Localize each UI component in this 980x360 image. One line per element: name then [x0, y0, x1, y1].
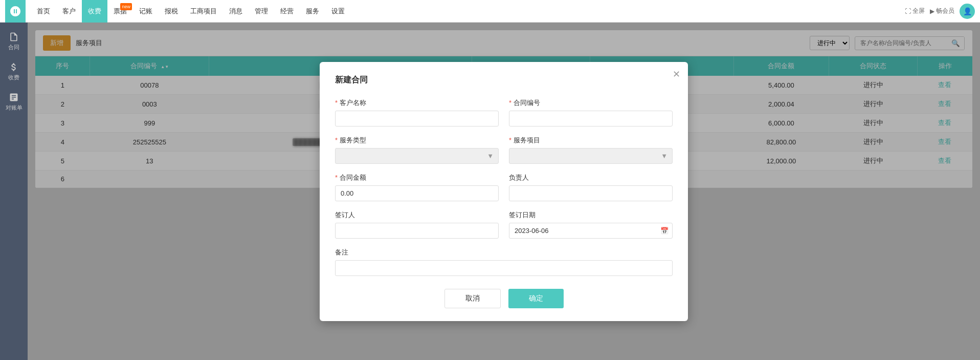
modal-overlay: 新建合同 ✕ 客户名称 合同编号 服务类型 [28, 23, 980, 360]
field-customer-name: 客户名称 [335, 98, 499, 126]
nav-xiaoxi[interactable]: 消息 [223, 0, 249, 23]
nav-shoufei[interactable]: 收费 [82, 0, 107, 23]
member-button[interactable]: ▶ 畅会员 [930, 7, 954, 15]
field-remark: 备注 [335, 248, 673, 276]
label-service-item: 服务项目 [509, 136, 673, 145]
field-contract-code: 合同编号 [509, 98, 673, 126]
label-remark: 备注 [335, 248, 673, 257]
new-badge: new [120, 3, 132, 10]
top-navigation: 首页 客户 收费 票据 new 记账 报税 工商项目 消息 管理 经营 服务 设… [0, 0, 980, 23]
field-service-item: 服务项目 ▼ [509, 136, 673, 164]
nav-baoshui[interactable]: 报税 [159, 0, 184, 23]
label-responsible: 负责人 [509, 173, 673, 182]
nav-guanli[interactable]: 管理 [249, 0, 274, 23]
top-nav-right: ⛶ 全屏 ▶ 畅会员 👤 [905, 4, 975, 19]
input-responsible[interactable] [509, 185, 673, 201]
sidebar: 合同 收费 对账单 [0, 23, 28, 360]
nav-jizhi[interactable]: 记账 [133, 0, 159, 23]
sidebar-label-hetong: 合同 [8, 44, 19, 51]
label-signer: 签订人 [335, 210, 499, 220]
label-contract-code: 合同编号 [509, 98, 673, 108]
label-service-type: 服务类型 [335, 136, 499, 145]
fullscreen-icon: ⛶ [905, 8, 911, 15]
nav-customer[interactable]: 客户 [56, 0, 82, 23]
nav-items: 首页 客户 收费 票据 new 记账 报税 工商项目 消息 管理 经营 服务 设… [31, 0, 905, 23]
nav-jingying[interactable]: 经营 [274, 0, 300, 23]
service-item-wrapper: ▼ [509, 148, 673, 164]
nav-fuwu[interactable]: 服务 [300, 0, 325, 23]
modal-title: 新建合同 [335, 75, 673, 86]
input-contract-amount[interactable] [335, 185, 499, 201]
confirm-button[interactable]: 确定 [508, 289, 564, 308]
field-responsible: 负责人 [509, 173, 673, 201]
label-sign-date: 签订日期 [509, 210, 673, 220]
new-contract-modal: 新建合同 ✕ 客户名称 合同编号 服务类型 [320, 62, 688, 321]
input-contract-code[interactable] [509, 111, 673, 126]
modal-close-button[interactable]: ✕ [673, 70, 680, 79]
field-signer: 签订人 [335, 210, 499, 239]
nav-gongshang[interactable]: 工商项目 [184, 0, 223, 23]
sidebar-item-duizhangdan[interactable]: 对账单 [1, 88, 27, 116]
field-service-type: 服务类型 ▼ [335, 136, 499, 164]
select-service-item[interactable] [509, 148, 673, 164]
input-remark[interactable] [335, 260, 673, 276]
play-icon: ▶ [930, 8, 934, 15]
main-layout: 合同 收费 对账单 新增 服务项目 进行中 已完成 [0, 23, 980, 360]
input-signer[interactable] [335, 223, 499, 239]
label-contract-amount: 合同金额 [335, 173, 499, 182]
member-label: 畅会员 [936, 7, 954, 15]
service-type-wrapper: ▼ [335, 148, 499, 164]
input-customer-name[interactable] [335, 111, 499, 126]
label-customer-name: 客户名称 [335, 98, 499, 108]
field-sign-date: 签订日期 📅 [509, 210, 673, 239]
sidebar-item-hetong[interactable]: 合同 [1, 28, 27, 55]
content-area: 新增 服务项目 进行中 已完成 已取消 🔍 [28, 23, 980, 360]
calendar-icon[interactable]: 📅 [660, 227, 669, 235]
cancel-button[interactable]: 取消 [444, 289, 501, 308]
app-logo [5, 0, 26, 23]
sidebar-label-shoufei: 收费 [8, 74, 19, 81]
input-sign-date[interactable] [509, 223, 673, 239]
avatar[interactable]: 👤 [960, 4, 975, 19]
field-contract-amount: 合同金额 [335, 173, 499, 201]
nav-piaoju[interactable]: 票据 new [107, 0, 133, 23]
avatar-initial: 👤 [963, 7, 972, 15]
select-service-type[interactable] [335, 148, 499, 164]
nav-home[interactable]: 首页 [31, 0, 56, 23]
nav-shezhi[interactable]: 设置 [325, 0, 351, 23]
sign-date-wrapper: 📅 [509, 223, 673, 239]
sidebar-item-shoufei[interactable]: 收费 [1, 58, 27, 86]
modal-footer: 取消 确定 [335, 289, 673, 308]
form-grid: 客户名称 合同编号 服务类型 [335, 98, 673, 276]
sidebar-label-duizhangdan: 对账单 [6, 104, 23, 112]
fullscreen-label: 全屏 [912, 7, 925, 15]
fullscreen-button[interactable]: ⛶ 全屏 [905, 7, 925, 15]
